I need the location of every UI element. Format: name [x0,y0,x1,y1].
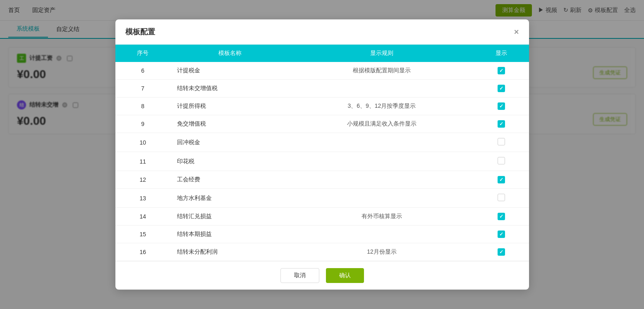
cell-id: 15 [115,226,170,243]
cell-id: 10 [115,133,170,152]
checkbox-checked[interactable] [498,120,505,128]
cell-name: 地方水利基金 [170,189,290,208]
confirm-button[interactable]: 确认 [326,268,364,283]
checkbox-unchecked[interactable] [498,157,505,164]
table-row: 7结转未交增值税 [115,80,529,97]
cell-checkbox[interactable] [474,243,529,261]
cell-id: 8 [115,97,170,115]
table-row: 11印花税 [115,152,529,171]
col-header-name: 模板名称 [170,45,290,62]
checkbox-checked[interactable] [498,67,505,74]
cell-rule [290,152,474,171]
checkbox-checked[interactable] [498,176,505,183]
cell-checkbox[interactable] [474,171,529,189]
cell-checkbox[interactable] [474,62,529,80]
checkbox-checked[interactable] [498,248,505,256]
cell-checkbox[interactable] [474,189,529,208]
cell-checkbox[interactable] [474,208,529,226]
modal-template-config: 模板配置 × 序号 模板名称 显示规则 显示 6计提税金根据模版配置期间显示7结… [115,19,529,290]
cell-rule [290,226,474,243]
modal-table: 序号 模板名称 显示规则 显示 6计提税金根据模版配置期间显示7结转未交增值税8… [115,45,529,261]
checkbox-checked[interactable] [498,231,505,238]
checkbox-checked[interactable] [498,213,505,220]
cell-rule: 根据模版配置期间显示 [290,62,474,80]
cell-rule: 小规模且满足收入条件显示 [290,115,474,133]
cell-id: 13 [115,189,170,208]
cell-rule: 有外币核算显示 [290,208,474,226]
modal-table-container: 序号 模板名称 显示规则 显示 6计提税金根据模版配置期间显示7结转未交增值税8… [115,45,529,261]
cell-id: 9 [115,115,170,133]
modal-title: 模板配置 [125,27,155,37]
cell-rule: 12月份显示 [290,243,474,261]
cell-id: 14 [115,208,170,226]
modal-footer: 取消 确认 [115,261,529,290]
table-row: 15结转本期损益 [115,226,529,243]
modal-header: 模板配置 × [115,19,529,45]
table-row: 14结转汇兑损益有外币核算显示 [115,208,529,226]
cell-rule [290,189,474,208]
cell-id: 12 [115,171,170,189]
cell-rule [290,80,474,97]
cell-checkbox[interactable] [474,80,529,97]
cell-name: 结转未分配利润 [170,243,290,261]
cancel-button[interactable]: 取消 [280,268,319,283]
cell-rule [290,171,474,189]
cell-name: 工会经费 [170,171,290,189]
checkbox-checked[interactable] [498,102,505,110]
cell-id: 7 [115,80,170,97]
modal-close-button[interactable]: × [514,28,519,36]
cell-checkbox[interactable] [474,115,529,133]
table-row: 12工会经费 [115,171,529,189]
table-row: 10回冲税金 [115,133,529,152]
modal-overlay: 模板配置 × 序号 模板名称 显示规则 显示 6计提税金根据模版配置期间显示7结… [0,0,644,309]
cell-checkbox[interactable] [474,97,529,115]
cell-name: 结转汇兑损益 [170,208,290,226]
cell-name: 回冲税金 [170,133,290,152]
cell-name: 结转本期损益 [170,226,290,243]
cell-name: 计提税金 [170,62,290,80]
cell-id: 6 [115,62,170,80]
cell-name: 免交增值税 [170,115,290,133]
table-row: 16结转未分配利润12月份显示 [115,243,529,261]
col-header-rule: 显示规则 [290,45,474,62]
table-header-row: 序号 模板名称 显示规则 显示 [115,45,529,62]
checkbox-unchecked[interactable] [498,194,505,201]
table-row: 13地方水利基金 [115,189,529,208]
col-header-id: 序号 [115,45,170,62]
cell-checkbox[interactable] [474,226,529,243]
cell-name: 计提所得税 [170,97,290,115]
cell-id: 11 [115,152,170,171]
cell-rule: 3、6、9、12月按季度显示 [290,97,474,115]
checkbox-unchecked[interactable] [498,138,505,145]
table-row: 8计提所得税3、6、9、12月按季度显示 [115,97,529,115]
cell-name: 结转未交增值税 [170,80,290,97]
cell-name: 印花税 [170,152,290,171]
table-body: 6计提税金根据模版配置期间显示7结转未交增值税8计提所得税3、6、9、12月按季… [115,62,529,261]
checkbox-checked[interactable] [498,85,505,92]
col-header-show: 显示 [474,45,529,62]
cell-rule [290,133,474,152]
cell-checkbox[interactable] [474,152,529,171]
cell-id: 16 [115,243,170,261]
table-row: 6计提税金根据模版配置期间显示 [115,62,529,80]
table-row: 9免交增值税小规模且满足收入条件显示 [115,115,529,133]
cell-checkbox[interactable] [474,133,529,152]
